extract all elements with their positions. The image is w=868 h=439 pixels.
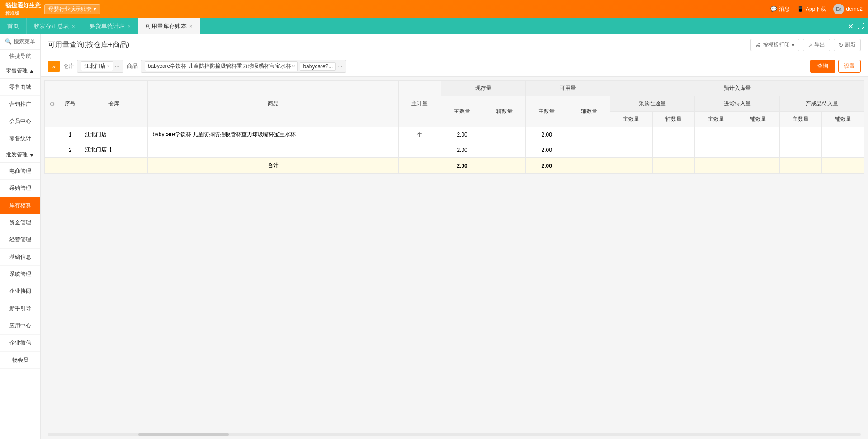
row2-stock-sub [483, 142, 526, 158]
data-table: ⚙ 序号 仓库 商品 主计量 现存量 可用量 预计入库量 主数量 辅数量 主数量 [44, 80, 864, 174]
group-production-header: 产成品待入量 [779, 96, 864, 112]
horizontal-scrollbar-thumb[interactable] [138, 433, 229, 436]
stock-sub-header: 辅数量 [483, 96, 526, 127]
row2-arrival-sub [737, 142, 780, 158]
sidebar-item-retailshop[interactable]: 零售商城 [0, 79, 40, 96]
refresh-icon: ↻ [839, 42, 843, 48]
table-footer-row: 合计 2.00 2.00 [45, 158, 864, 174]
production-main-header: 主数量 [779, 112, 822, 127]
group-arrival-header: 进货待入量 [695, 96, 779, 112]
warehouse-more-icon[interactable]: ··· [115, 63, 119, 70]
row1-settings [45, 127, 60, 142]
sidebar-item-inventory[interactable]: 库存核算 [0, 197, 40, 214]
warehouse-filter-value[interactable]: 江北门店 × ··· [77, 60, 123, 73]
settings-button[interactable]: 设置 [838, 60, 861, 73]
col-settings-header: ⚙ [45, 81, 60, 127]
sidebar-item-members[interactable]: 会员中心 [0, 113, 40, 130]
chevron-down-icon: ▾ [792, 42, 794, 48]
download-link[interactable]: 📱 App下载 [797, 5, 826, 13]
row1-stock-main: 2.00 [441, 127, 483, 142]
row2-product [148, 142, 399, 158]
sidebar-item-retailstats[interactable]: 零售统计 [0, 130, 40, 147]
sidebar-item-enterprise[interactable]: 企业协同 [0, 283, 40, 300]
warehouse-tag-remove[interactable]: × [107, 64, 110, 69]
export-icon: ↗ [808, 42, 812, 48]
footer-empty2 [60, 158, 80, 174]
tab-home[interactable]: 首页 [0, 18, 27, 34]
filter-expand-button[interactable]: » [48, 61, 60, 72]
row1-stock-sub [483, 127, 526, 142]
template-print-button[interactable]: 🖨 按模板打印 ▾ [750, 39, 799, 51]
footer-production-sub [822, 158, 864, 174]
sidebar-item-system[interactable]: 系统管理 [0, 266, 40, 283]
product-label: 商品 [127, 62, 138, 70]
row1-product: babycare学饮杯 儿童防摔防撞吸管杯重力球吸嘴杯宝宝水杯 [148, 127, 399, 142]
sidebar-item-business[interactable]: 经营管理 [0, 231, 40, 249]
page-header: 可用量查询(按仓库+商品) 🖨 按模板打印 ▾ ↗ 导出 ↻ 刷新 [41, 34, 868, 56]
row1-available-sub [568, 127, 610, 142]
tab-receipts[interactable]: 收发存汇总表 × [27, 18, 82, 34]
sidebar-item-retail[interactable]: 零售管理 ▲ [0, 63, 40, 79]
industry-selector[interactable]: 母婴行业演示账套 ▾ [44, 4, 100, 14]
sidebar-quicknav[interactable]: 快捷导航 [0, 50, 40, 63]
footer-arrival-sub [737, 158, 780, 174]
logo: 畅捷通好生意 标准版 [5, 1, 41, 17]
product-more-icon[interactable]: ··· [338, 63, 342, 70]
purchase-main-header: 主数量 [610, 112, 653, 127]
footer-arrival-main [695, 158, 737, 174]
refresh-button[interactable]: ↻ 刷新 [834, 39, 861, 51]
product-filter-value[interactable]: babycare学饮杯 儿童防摔防撞吸管杯重力球吸嘴杯宝宝水杯 × babyca… [141, 60, 347, 73]
sidebar: 🔍 搜索菜单 快捷导航 零售管理 ▲ 零售商城 营销推广 会员中心 零售统计 批… [0, 34, 41, 439]
product-tag-1: babycare学饮杯 儿童防摔防撞吸管杯重力球吸嘴杯宝宝水杯 × [145, 61, 298, 71]
col-num-header: 序号 [60, 81, 80, 127]
tab-available[interactable]: 可用量库存账本 × [138, 18, 200, 34]
group-available-header: 可用量 [525, 81, 610, 96]
row1-arrival-main [695, 127, 737, 142]
message-link[interactable]: 💬 消息 [770, 5, 790, 13]
footer-label: 合计 [148, 158, 399, 174]
row1-purchase-main [610, 127, 653, 142]
page-actions: 🖨 按模板打印 ▾ ↗ 导出 ↻ 刷新 [750, 39, 861, 51]
tab-receipts-close[interactable]: × [72, 24, 75, 29]
export-button[interactable]: ↗ 导出 [803, 39, 830, 51]
sidebar-item-basic[interactable]: 基础信息 [0, 249, 40, 266]
footer-available-sub [568, 158, 610, 174]
product-tag-1-remove[interactable]: × [292, 64, 295, 69]
query-button[interactable]: 查询 [810, 60, 835, 73]
sidebar-search[interactable]: 🔍 搜索菜单 [0, 34, 40, 50]
tab-expand[interactable]: ⛶ [857, 22, 864, 30]
table-footer-scroll [41, 430, 868, 439]
footer-empty3 [80, 158, 148, 174]
sidebar-item-corpwechat[interactable]: 企业微信 [0, 335, 40, 352]
horizontal-scrollbar-track[interactable] [48, 433, 861, 436]
content-area: 可用量查询(按仓库+商品) 🖨 按模板打印 ▾ ↗ 导出 ↻ 刷新 » [41, 34, 868, 439]
tab-available-close[interactable]: × [189, 24, 192, 29]
tab-orders-close[interactable]: × [127, 24, 130, 29]
arrival-main-header: 主数量 [695, 112, 737, 127]
sidebar-item-finance[interactable]: 资金管理 [0, 214, 40, 231]
row2-warehouse: 江北门店【... [80, 142, 148, 158]
row2-settings [45, 142, 60, 158]
tab-orders[interactable]: 要货单统计表 × [82, 18, 138, 34]
footer-stock-main: 2.00 [441, 158, 483, 174]
filter-actions: 查询 设置 [810, 60, 861, 73]
row2-production-main [779, 142, 822, 158]
main-layout: 🔍 搜索菜单 快捷导航 零售管理 ▲ 零售商城 营销推广 会员中心 零售统计 批… [0, 34, 868, 439]
row1-warehouse: 江北门店 [80, 127, 148, 142]
sidebar-item-purchase[interactable]: 采购管理 [0, 180, 40, 197]
sidebar-item-marketing[interactable]: 营销推广 [0, 96, 40, 113]
row2-num: 2 [60, 142, 80, 158]
user-profile[interactable]: Ea demo2 [833, 4, 863, 14]
footer-purchase-main [610, 158, 653, 174]
sidebar-item-wholesale[interactable]: 批发管理 ▼ [0, 147, 40, 163]
row2-unit [399, 142, 441, 158]
sidebar-item-vip[interactable]: 畅会员 [0, 352, 40, 369]
print-icon: 🖨 [755, 42, 761, 48]
table-gear-icon[interactable]: ⚙ [49, 100, 55, 108]
sidebar-item-ecommerce[interactable]: 电商管理 [0, 163, 40, 180]
group-incoming-header: 预计入库量 [610, 81, 864, 96]
download-icon: 📱 [797, 6, 804, 12]
sidebar-item-appcenter[interactable]: 应用中心 [0, 317, 40, 335]
tab-close-all[interactable]: ✕ [848, 22, 854, 31]
sidebar-item-newbie[interactable]: 新手引导 [0, 300, 40, 317]
